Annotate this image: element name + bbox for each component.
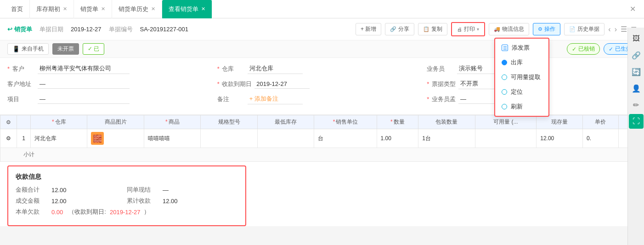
project-value[interactable]: — — [38, 95, 130, 104]
col-min-stock: 最低库存 — [257, 115, 314, 129]
data-table: ⚙ *仓库 商品图片 *商品 规格型号 最低库存 *销售单位 *数量 — [0, 115, 644, 162]
share-button[interactable]: 🔗 分享 — [385, 23, 414, 35]
sidebar-image-btn[interactable]: 🖼 — [629, 31, 644, 46]
doc-header: ↩ 销货单 单据日期 2019-12-27 单据编号 SA-20191227-0… — [0, 18, 644, 40]
accumulated-field: 累计收款 12.00 — [127, 197, 238, 205]
row-spec — [201, 129, 257, 148]
row-warehouse: 河北仓库 — [31, 129, 87, 148]
col-settings[interactable]: ⚙ — [0, 115, 17, 129]
tab-view-sales[interactable]: 查看销货单 ✕ — [162, 0, 212, 18]
menu-outbound[interactable]: 出库 — [495, 55, 548, 70]
sidebar-sync-btn[interactable]: 🔄 — [629, 64, 644, 79]
from-phone-btn[interactable]: 📱 来自手机 — [7, 43, 49, 55]
col-available: 可用量 (... — [475, 115, 537, 129]
outbound-icon — [502, 60, 507, 65]
warehouse-value[interactable]: 河北仓库 — [248, 63, 303, 74]
right-sidebar: 🖼 🔗 🔄 👤 ✏ ⛶ — [627, 28, 644, 230]
row-available — [475, 129, 537, 148]
sidebar-expand-btn[interactable]: ⛶ — [629, 114, 644, 129]
col-quantity: *数量 — [377, 115, 418, 129]
due-date-field: * 收款到期日 2019-12-27 — [217, 80, 427, 89]
table-row: ⚙ 1 河北仓库 🧱 嘻嘻嘻嘻 台 1.00 1台 12.00 0. — [0, 129, 644, 148]
col-unit-price: 单价 — [582, 115, 618, 129]
row-quantity: 1.00 — [377, 129, 418, 148]
sold-badge: ✓ 已核销 — [567, 43, 600, 55]
subtotal-label: 小计 — [0, 148, 644, 162]
col-product-img: 商品图片 — [87, 115, 144, 129]
confirm-btn[interactable]: ✓ 已 — [83, 43, 104, 55]
print-button[interactable]: 🖨 打印 ▾ — [452, 23, 484, 35]
sidebar-link-btn[interactable]: 🔗 — [629, 48, 644, 63]
view-list[interactable]: ☰ — [621, 25, 627, 34]
row-min-stock — [257, 129, 314, 148]
due-date-value[interactable]: 2019-12-27 — [254, 80, 310, 89]
subtotal-row: 小计 — [0, 148, 644, 162]
operation-button[interactable]: ⚙ 操作 — [533, 23, 560, 35]
same-order-value: — — [163, 187, 169, 194]
payment-row-3: 本单欠款 0.00 （收款到期日: 2019-12-27 ） — [16, 208, 238, 216]
customer-value[interactable]: 柳州粤港平安气体有限公司 — [38, 63, 130, 74]
sidebar-edit-btn[interactable]: ✏ — [629, 97, 644, 112]
history-button[interactable]: 📄 历史单据 — [564, 23, 604, 35]
menu-locate[interactable]: 定位 — [495, 85, 548, 99]
menu-add-invoice[interactable]: ☰ 添发票 — [495, 40, 548, 55]
menu-refresh[interactable]: 刷新 — [495, 99, 548, 114]
project-field: 项目 — — [7, 95, 217, 104]
row-settings[interactable]: ⚙ — [0, 129, 17, 148]
new-button[interactable]: + 新增 — [356, 23, 381, 35]
col-num — [17, 115, 31, 129]
doc-meta: 单据日期 2019-12-27 单据编号 SA-20191227-001 — [40, 25, 188, 34]
col-pack-qty: 包装数量 — [418, 115, 475, 129]
col-warehouse: *仓库 — [31, 115, 87, 129]
logistics-button[interactable]: 🚚 物流信息 — [489, 23, 529, 35]
col-sales-unit: *销售单位 — [314, 115, 377, 129]
note-field: 备注 + 添加备注 — [217, 94, 427, 104]
row-sales-unit: 台 — [314, 129, 377, 148]
row-current-stock: 12.00 — [537, 129, 583, 148]
row-product-img: 🧱 — [87, 129, 144, 148]
tab-bar: 首页 库存期初 ✕ 销货单 ✕ 销货单历史 ✕ 查看销货单 ✕ ✕ — [0, 0, 644, 18]
address-field: 客户地址 — — [7, 80, 217, 89]
tab-home[interactable]: 首页 — [5, 0, 30, 18]
tab-view-sales-close[interactable]: ✕ — [201, 6, 205, 12]
nav-prev[interactable]: ‹ — [608, 25, 610, 34]
balance-field: 本单欠款 0.00 （收款到期日: 2019-12-27 ） — [16, 208, 238, 216]
amount-total-value: 12.00 — [51, 187, 67, 194]
sidebar-user-btn[interactable]: 👤 — [629, 81, 644, 96]
tab-sales-order-close[interactable]: ✕ — [101, 6, 105, 12]
product-image: 🧱 — [91, 132, 104, 145]
balance-value: 0.00 — [51, 209, 63, 216]
tab-sales-order[interactable]: 销货单 ✕ — [74, 0, 112, 18]
print-highlight: 🖨 打印 ▾ — [451, 22, 485, 36]
col-product: *商品 — [144, 115, 200, 129]
not-open-btn[interactable]: 未开票 — [52, 43, 79, 55]
tab-inventory-init[interactable]: 库存期初 ✕ — [30, 0, 74, 18]
main-area: ↩ 销货单 单据日期 2019-12-27 单据编号 SA-20191227-0… — [0, 18, 644, 226]
operation-dropdown: ☰ 添发票 出库 可用量提取 定位 刷新 — [494, 38, 549, 117]
transaction-field: 成交金额 12.00 — [16, 197, 127, 205]
customer-field: * 客户 柳州粤港平安气体有限公司 — [7, 63, 217, 74]
payment-title: 收款信息 — [16, 173, 238, 181]
note-add[interactable]: + 添加备注 — [248, 94, 303, 104]
refresh-icon — [502, 104, 507, 109]
col-spec: 规格型号 — [201, 115, 257, 129]
menu-available-extract[interactable]: 可用量提取 — [495, 70, 548, 85]
close-all-tabs[interactable]: ✕ — [626, 5, 639, 13]
address-value[interactable]: — — [38, 80, 130, 89]
warehouse-field: * 仓库 河北仓库 — [217, 63, 427, 74]
nav-next[interactable]: › — [615, 25, 617, 34]
row-pack-qty: 1台 — [418, 129, 475, 148]
copy-button[interactable]: 📋 复制 — [418, 23, 447, 35]
tab-sales-history[interactable]: 销货单历史 ✕ — [112, 0, 162, 18]
doc-title: ↩ 销货单 — [7, 25, 32, 34]
available-extract-icon — [502, 74, 507, 80]
same-order-field: 同单现结 — — [127, 186, 238, 194]
payment-due-date: 2019-12-27 — [110, 209, 141, 216]
payment-section: 收款信息 金额合计 12.00 同单现结 — 成交金额 12.00 累计收款 1… — [7, 165, 246, 226]
payment-row-1: 金额合计 12.00 同单现结 — — [16, 186, 238, 194]
accumulated-value: 12.00 — [163, 198, 178, 205]
tab-inventory-init-close[interactable]: ✕ — [63, 6, 67, 12]
col-current-stock: 现存量 — [537, 115, 583, 129]
locate-icon — [502, 89, 507, 95]
tab-sales-history-close[interactable]: ✕ — [151, 6, 155, 12]
